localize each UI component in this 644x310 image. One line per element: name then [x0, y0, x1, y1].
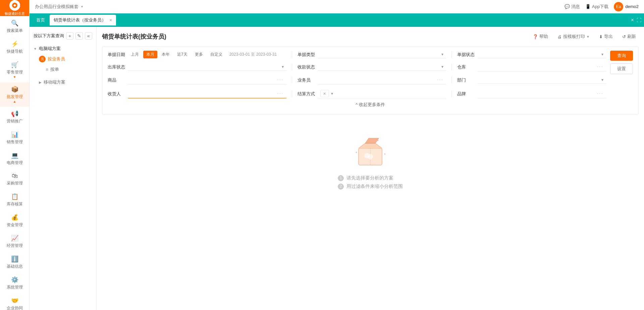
logo-icon — [9, 0, 20, 11]
tab-close-icon[interactable]: × — [109, 17, 112, 23]
date-this-month[interactable]: 本月 — [143, 51, 157, 58]
divider-2 — [451, 51, 452, 58]
payment-method-input[interactable]: × ▾ — [318, 89, 446, 99]
user-area[interactable]: Ea demo2 — [614, 2, 639, 11]
collapse-bar[interactable]: ^ 收起更多条件 — [108, 99, 633, 110]
sidebar: 畅捷通好生意 🔍 搜索菜单 ⚡ 快捷导航 🛒 零售管理 ▼ 📦 批发管理 ▲ 📢… — [0, 0, 30, 310]
help-label: 帮助 — [539, 34, 548, 40]
date-last-7[interactable]: 近7天 — [174, 51, 191, 58]
scheme-collapse-btn[interactable]: « — [85, 32, 92, 40]
sidebar-logo[interactable]: 畅捷通好生意 — [0, 0, 30, 16]
outbound-input[interactable]: ▾ — [128, 63, 286, 71]
scheme-item-sales-rep[interactable]: 员 按业务员 — [30, 54, 96, 64]
sales-icon: 📊 — [11, 131, 18, 138]
settings-button[interactable]: 设置 — [610, 63, 633, 74]
scheme-item-by-order-label: 按单 — [50, 66, 59, 72]
warehouse-label: 仓库 — [457, 64, 477, 70]
export-btn[interactable]: ⬇ 导出 — [596, 32, 615, 41]
tab-sales-report[interactable]: 销货单统计表（按业务员） × — [50, 15, 116, 25]
payment-input[interactable]: ▾ — [318, 63, 446, 71]
filter-fields: 单据日期 上月 本月 本年 近7天 更多 自定义 2023-03-01 至 20… — [108, 51, 606, 99]
filter-dept-item: 部门 ▾ — [457, 76, 606, 84]
scheme-group-mobile-title[interactable]: ▶ 移动端方案 — [30, 77, 96, 87]
empty-state: ✦ ✦ ✦ 1 请先选择要分析的方案 2 用过滤条件来 — [102, 115, 639, 211]
consignee-input[interactable]: ··· — [128, 89, 286, 98]
purchase-icon: 🛍 — [12, 172, 18, 179]
doc-type-input[interactable]: ▾ — [318, 51, 446, 58]
main-area: 办公用品行业模拟账套 ▾ 💬 消息 📱 App下载 Ea demo2 首页 — [30, 0, 644, 310]
scheme-item-by-order[interactable]: ≡ 按单 — [30, 64, 96, 74]
payment-method-tag-close[interactable]: × — [323, 91, 326, 96]
sidebar-item-basic-info[interactable]: ℹ️ 基础信息 — [0, 252, 30, 273]
help-btn[interactable]: ❓ 帮助 — [530, 32, 551, 41]
sidebar-item-search[interactable]: 🔍 搜索菜单 — [0, 16, 30, 37]
sales-rep-dots-icon: ··· — [437, 77, 443, 83]
sidebar-item-operation[interactable]: 📈 经营管理 — [0, 231, 30, 252]
goods-label: 商品 — [108, 77, 128, 83]
avatar: Ea — [614, 2, 623, 11]
tab-maximize-btn[interactable]: ⛶ — [637, 17, 641, 23]
collapse-icon: « — [87, 33, 90, 39]
sidebar-item-inventory[interactable]: 📋 库存核算 — [0, 190, 30, 210]
tab-home[interactable]: 首页 — [32, 15, 49, 25]
sidebar-item-marketing[interactable]: 📢 营销推广 — [0, 107, 30, 127]
sidebar-item-sales[interactable]: 📊 销售管理 — [0, 127, 30, 148]
dept-label: 部门 — [457, 77, 477, 83]
page-title-bar: 销货单统计表(按业务员) ❓ 帮助 🖨 按模板打印 ▼ ⬇ 导出 — [102, 32, 639, 41]
sales-rep-input[interactable]: ··· — [318, 75, 446, 85]
system-icon: ⚙️ — [11, 276, 18, 283]
sidebar-item-ecommerce[interactable]: 💻 电商管理 — [0, 148, 30, 169]
scheme-edit-btn[interactable]: ✎ — [75, 32, 83, 40]
scheme-header-actions: + ✎ « — [66, 32, 92, 40]
filter-row-1: 单据日期 上月 本月 本年 近7天 更多 自定义 2023-03-01 至 20… — [108, 51, 606, 58]
tab-close-window-btn[interactable]: × — [631, 17, 634, 23]
tab-bar: 首页 销货单统计表（按业务员） × × ⛶ — [30, 13, 644, 27]
sales-rep-label: 业务员 — [298, 77, 318, 83]
export-label: 导出 — [604, 34, 613, 40]
sidebar-item-finance[interactable]: 💰 资金管理 — [0, 210, 30, 231]
filter-sales-rep-item: 业务员 ··· — [298, 75, 446, 85]
app-download-btn[interactable]: 📱 App下载 — [585, 4, 608, 10]
sidebar-item-wholesale[interactable]: 📦 批发管理 ▲ — [0, 82, 30, 107]
brand-input[interactable]: ··· — [477, 89, 606, 98]
date-label: 单据日期 — [108, 52, 128, 58]
print-btn[interactable]: 🖨 按模板打印 ▼ — [555, 32, 592, 41]
doc-type-label: 单据类型 — [298, 52, 318, 58]
sidebar-item-quick-nav[interactable]: ⚡ 快捷导航 — [0, 37, 30, 58]
step-2-num: 2 — [338, 184, 344, 190]
page-content: 按以下方案查询 + ✎ « ▼ 电脑端方案 — [30, 27, 644, 310]
filter-row-4: 收货人 ··· 结算方式 × — [108, 89, 606, 99]
print-label: 按模板打印 — [563, 34, 585, 40]
sidebar-item-enterprise[interactable]: 🤝 企业协同 — [0, 294, 30, 310]
filter-brand-item: 品牌 ··· — [457, 89, 606, 98]
goods-input[interactable]: ··· — [128, 75, 286, 85]
sidebar-item-purchase[interactable]: 🛍 采购管理 — [0, 169, 30, 190]
inventory-icon: 📋 — [11, 193, 18, 200]
dept-input[interactable]: ▾ — [477, 76, 606, 84]
date-more[interactable]: 更多 — [192, 51, 206, 58]
filter-date-item: 单据日期 上月 本月 本年 近7天 更多 自定义 2023-03-01 至 20… — [108, 51, 286, 58]
add-icon: + — [68, 33, 71, 39]
scheme-add-btn[interactable]: + — [66, 32, 73, 40]
filter-row-2: 出库状态 ▾ 收款状态 ▾ — [108, 62, 606, 71]
sidebar-item-system[interactable]: ⚙️ 系统管理 — [0, 273, 30, 294]
quick-nav-icon: ⚡ — [11, 40, 18, 48]
top-header: 办公用品行业模拟账套 ▾ 💬 消息 📱 App下载 Ea demo2 — [30, 0, 644, 13]
svg-text:✦: ✦ — [355, 151, 358, 154]
date-range-text: 2023-03-01 至 2023-03-31 — [229, 52, 277, 57]
tab-sales-report-label: 销货单统计表（按业务员） — [54, 17, 106, 23]
date-custom[interactable]: 自定义 — [207, 51, 225, 58]
payment-method-dropdown-icon: ▾ — [331, 91, 333, 96]
scheme-panel: 按以下方案查询 + ✎ « ▼ 电脑端方案 — [30, 27, 97, 310]
breadcrumb-dropdown-icon[interactable]: ▾ — [81, 5, 83, 8]
scheme-group-desktop-title[interactable]: ▼ 电脑端方案 — [30, 44, 96, 54]
message-btn[interactable]: 💬 消息 — [565, 4, 580, 10]
doc-status-input[interactable]: ▾ — [477, 51, 606, 58]
date-this-year[interactable]: 本年 — [159, 51, 173, 58]
refresh-btn[interactable]: ↺ 刷新 — [620, 32, 639, 41]
filter-warehouse-item: 仓库 ··· — [457, 62, 606, 71]
sidebar-item-retail[interactable]: 🛒 零售管理 ▼ — [0, 58, 30, 82]
query-button[interactable]: 查询 — [610, 51, 633, 61]
date-last-month[interactable]: 上月 — [128, 51, 142, 58]
warehouse-input[interactable]: ··· — [477, 62, 606, 71]
